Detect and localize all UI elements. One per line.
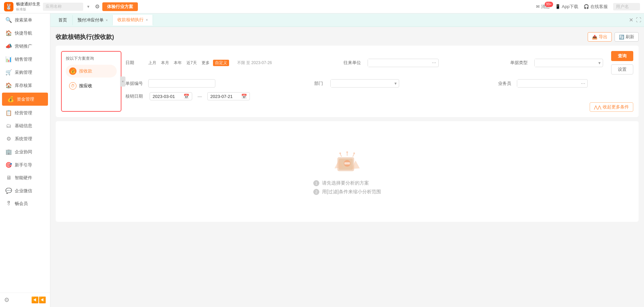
refresh-label: 刷新 <box>626 34 634 40</box>
export-btn[interactable]: 📤 导出 <box>588 32 612 42</box>
shortcut-more[interactable]: 更多 <box>200 60 211 66</box>
sidebar-item-newbie[interactable]: 🎯 新手引导 <box>0 158 50 171</box>
sidebar-item-purchase[interactable]: 🛒 采购管理 <box>0 66 50 79</box>
date-range-dash: — <box>198 94 202 99</box>
settings-gear-icon[interactable]: ⚙ <box>95 3 100 10</box>
doc-type-field[interactable]: ▾ <box>534 59 603 67</box>
query-buttons: 查询 设置 <box>611 51 633 74</box>
staff-dots-icon[interactable]: ··· <box>579 81 587 87</box>
brand-sub: 标准版 <box>16 7 40 12</box>
logo: 🐰 <box>4 2 13 11</box>
tip-text-2: 用[过滤]条件来缩小分析范围 <box>322 189 381 195</box>
smart-hw-icon: 🖥 <box>5 175 12 181</box>
query-btn[interactable]: 查询 <box>611 51 633 61</box>
receivable-option-icon: ⏱ <box>69 82 76 90</box>
sidebar-collapse-icon[interactable]: ◀‍◀ <box>31 296 46 304</box>
collapse-icon: « <box>122 80 124 83</box>
sidebar-label-member: 畅会员 <box>15 201 28 207</box>
partner-dots-icon[interactable]: ··· <box>430 60 438 66</box>
action-row: ⋀⋀ 收起更多条件 <box>125 102 633 112</box>
shortcut-last-month[interactable]: 上月 <box>147 60 158 66</box>
brand-info: 畅捷通好生意 标准版 <box>16 1 40 12</box>
receipt-option-icon: 💰 <box>69 67 76 75</box>
sidebar-label-inventory: 库存核算 <box>15 83 32 89</box>
sidebar-item-wechat[interactable]: 💬 企业微信 <box>0 184 50 197</box>
system-icon: ⚙ <box>5 136 12 142</box>
doc-no-input[interactable] <box>148 79 215 88</box>
partner-input[interactable] <box>368 59 430 67</box>
staff-input[interactable] <box>517 80 579 87</box>
sidebar-item-operations[interactable]: 📋 经营管理 <box>0 106 50 119</box>
member-icon: 🎖 <box>5 201 12 207</box>
filter-option-by-receivable[interactable]: ⏱ 按应收 <box>66 80 117 92</box>
date-no-limit: 不限 至 2023-07-26 <box>237 60 272 66</box>
sidebar-label-wechat: 企业微信 <box>15 188 32 194</box>
industry-btn[interactable]: 体验行业方案 <box>102 2 138 11</box>
tab-prepay-close-icon[interactable]: × <box>106 18 108 22</box>
app-download-btn[interactable]: 📱 App下载 <box>555 4 578 10</box>
verify-date-start-wrap[interactable]: 📅 <box>150 92 192 100</box>
sales-icon: 📊 <box>5 56 12 62</box>
setting-btn[interactable]: 设置 <box>611 64 633 74</box>
operations-icon: 📋 <box>5 110 12 116</box>
tab-verify-close-icon[interactable]: × <box>146 18 148 22</box>
svg-point-10 <box>346 151 348 153</box>
main-layout: 🔍 搜索菜单 🏠 快捷导航 📣 营销推广 📊 销售管理 🛒 采购管理 🏠 库存核… <box>0 13 644 307</box>
dept-chevron-icon[interactable]: ▾ <box>392 81 399 86</box>
doc-no-label: 单据编号 <box>125 81 143 87</box>
app-chevron-icon[interactable]: ▾ <box>87 4 90 9</box>
filter-row-3: 核销日期 📅 — 📅 <box>125 92 633 100</box>
sidebar-label-search: 搜索菜单 <box>15 17 32 23</box>
tip-num-1: 1 <box>313 180 319 186</box>
newbie-icon: 🎯 <box>5 162 12 168</box>
partner-field[interactable]: ··· <box>368 59 438 67</box>
sidebar-settings-icon[interactable]: ⚙ <box>4 296 9 304</box>
page-title: 收款核销执行(按收款) <box>56 33 114 41</box>
verify-date-start-cal-icon[interactable]: 📅 <box>183 94 189 99</box>
collapse-more-btn[interactable]: ⋀⋀ 收起更多条件 <box>590 102 633 112</box>
shortcut-custom[interactable]: 自定义 <box>213 60 229 66</box>
sidebar-item-sales[interactable]: 📊 销售管理 <box>0 53 50 66</box>
tab-prepay[interactable]: 预付冲应付单 × <box>73 15 113 25</box>
shortcut-this-year[interactable]: 本年 <box>172 60 183 66</box>
empty-state: 1 请先选择要分析的方案 2 用[过滤]条件来缩小分析范围 <box>313 128 381 215</box>
shortcut-7days[interactable]: 近7天 <box>185 60 198 66</box>
doc-type-chevron-icon[interactable]: ▾ <box>596 60 603 65</box>
empty-illustration <box>330 148 364 175</box>
verify-date-end-wrap[interactable]: 📅 <box>207 92 250 100</box>
sidebar-item-search-menu[interactable]: 🔍 搜索菜单 <box>0 13 50 27</box>
sidebar-item-member[interactable]: 🎖 畅会员 <box>0 197 50 210</box>
doc-type-input[interactable] <box>535 59 596 67</box>
staff-field[interactable]: ··· <box>517 79 588 88</box>
sidebar-item-inventory[interactable]: 🏠 库存核算 <box>0 79 50 92</box>
sidebar-item-base-info[interactable]: 🗂 基础信息 <box>0 119 50 132</box>
svg-line-6 <box>340 154 341 157</box>
verify-date-end-input[interactable] <box>210 94 240 99</box>
tab-expand-icon[interactable]: ⛶ <box>636 17 641 23</box>
filter-option-by-receipt[interactable]: 💰 按收款 <box>66 65 117 78</box>
dept-field[interactable]: ▾ <box>330 79 399 88</box>
sidebar-item-smart-hw[interactable]: 🖥 智能硬件 <box>0 171 50 184</box>
sidebar-item-finance[interactable]: 💰 资金管理 <box>2 93 48 106</box>
app-download-label: App下载 <box>562 4 578 10</box>
tab-close-all-icon[interactable]: ✕ <box>629 17 633 23</box>
message-btn[interactable]: ✉ 消息 99+ <box>536 4 550 10</box>
sidebar-item-marketing[interactable]: 📣 营销推广 <box>0 40 50 53</box>
dept-input[interactable] <box>331 80 392 87</box>
wechat-icon: 💬 <box>5 188 12 194</box>
sidebar-label-marketing: 营销推广 <box>15 43 32 49</box>
marketing-icon: 📣 <box>5 43 12 49</box>
tab-home[interactable]: 首页 <box>53 15 73 25</box>
refresh-btn[interactable]: 🔄 刷新 <box>614 32 639 42</box>
sidebar-item-quick-nav[interactable]: 🏠 快捷导航 <box>0 27 50 40</box>
sidebar-item-enterprise[interactable]: 🏢 企业协同 <box>0 145 50 158</box>
sidebar-item-system[interactable]: ⚙ 系统管理 <box>0 132 50 145</box>
refresh-icon: 🔄 <box>619 35 624 40</box>
verify-date-start-input[interactable] <box>153 94 182 99</box>
filter-collapse-btn[interactable]: « <box>120 76 125 87</box>
tab-verify[interactable]: 收款核销执行 × <box>113 15 153 25</box>
online-service-btn[interactable]: 🎧 在线客服 <box>584 4 608 10</box>
date-shortcuts: 上月 本月 本年 近7天 更多 自定义 <box>147 60 229 66</box>
shortcut-this-month[interactable]: 本月 <box>160 60 170 66</box>
verify-date-end-cal-icon[interactable]: 📅 <box>241 94 247 99</box>
